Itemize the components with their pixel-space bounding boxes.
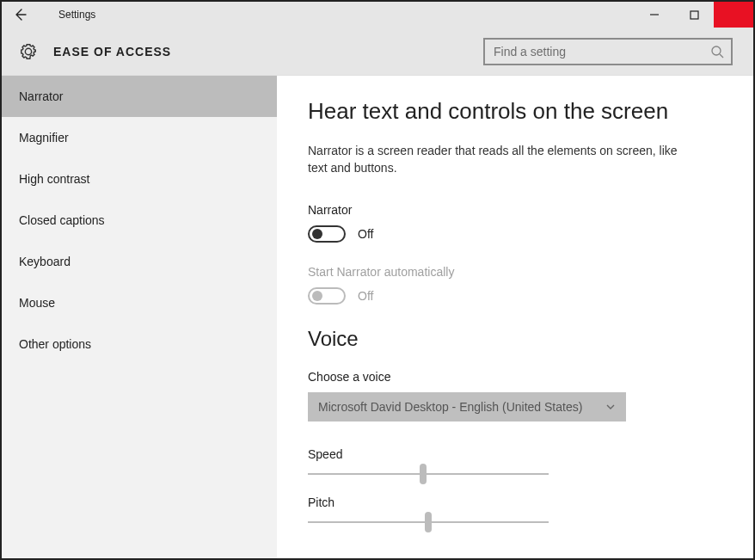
content-pane: Hear text and controls on the screen Nar… <box>277 76 753 558</box>
auto-start-toggle-label: Start Narrator automatically <box>308 265 719 279</box>
choose-voice-dropdown[interactable]: Microsoft David Desktop - English (Unite… <box>308 392 626 422</box>
speed-slider[interactable] <box>308 473 549 475</box>
sidebar: Narrator Magnifier High contrast Closed … <box>2 76 277 558</box>
sidebar-item-label: Keyboard <box>19 255 71 268</box>
speed-slider-block: Speed <box>308 447 719 475</box>
page-description: Narrator is a screen reader that reads a… <box>308 142 678 177</box>
chevron-down-icon <box>605 402 616 412</box>
minimize-button[interactable] <box>635 2 674 28</box>
sidebar-item-narrator[interactable]: Narrator <box>2 76 277 117</box>
toggle-knob <box>312 229 322 239</box>
search-icon <box>710 45 724 58</box>
gear-icon <box>19 42 38 61</box>
pitch-slider[interactable] <box>308 521 549 523</box>
choose-voice-label: Choose a voice <box>308 370 719 384</box>
sidebar-item-label: Other options <box>19 337 91 351</box>
sidebar-item-label: Magnifier <box>19 131 69 145</box>
sidebar-item-label: Narrator <box>19 89 63 103</box>
header-left: EASE OF ACCESS <box>19 42 171 61</box>
sidebar-item-keyboard[interactable]: Keyboard <box>2 241 277 282</box>
titlebar: Settings <box>2 2 753 28</box>
pitch-slider-thumb[interactable] <box>425 512 432 532</box>
narrator-toggle[interactable] <box>308 225 346 243</box>
close-button[interactable] <box>714 2 753 28</box>
arrow-left-icon <box>13 8 27 22</box>
svg-rect-0 <box>691 11 698 19</box>
body: Narrator Magnifier High contrast Closed … <box>2 76 753 558</box>
window-controls <box>635 2 753 28</box>
voice-heading: Voice <box>308 327 719 351</box>
pitch-label: Pitch <box>308 495 719 509</box>
sidebar-item-other-options[interactable]: Other options <box>2 323 277 365</box>
narrator-toggle-state: Off <box>358 227 373 241</box>
svg-point-1 <box>712 46 721 55</box>
sidebar-item-label: High contrast <box>19 172 89 186</box>
choose-voice-value: Microsoft David Desktop - English (Unite… <box>318 400 582 414</box>
sidebar-item-mouse[interactable]: Mouse <box>2 282 277 323</box>
auto-start-toggle-row: Off <box>308 287 719 305</box>
sidebar-item-label: Closed captions <box>19 213 105 227</box>
sidebar-item-closed-captions[interactable]: Closed captions <box>2 200 277 241</box>
window-title: Settings <box>58 9 95 21</box>
settings-window: Settings EASE OF ACCESS <box>0 0 755 560</box>
category-title: EASE OF ACCESS <box>53 45 171 58</box>
narrator-toggle-label: Narrator <box>308 203 719 217</box>
narrator-toggle-row: Off <box>308 225 719 243</box>
sidebar-item-label: Mouse <box>19 296 55 310</box>
auto-start-toggle-state: Off <box>358 289 373 303</box>
page-heading: Hear text and controls on the screen <box>308 98 719 125</box>
maximize-icon <box>690 10 699 20</box>
back-button[interactable] <box>2 2 38 28</box>
pitch-slider-block: Pitch <box>308 495 719 523</box>
search-input[interactable] <box>494 45 710 58</box>
maximize-button[interactable] <box>674 2 714 28</box>
search-box[interactable] <box>483 38 733 65</box>
minimize-icon <box>649 9 660 20</box>
auto-start-toggle <box>308 287 346 305</box>
sidebar-item-magnifier[interactable]: Magnifier <box>2 117 277 158</box>
speed-label: Speed <box>308 447 719 461</box>
speed-slider-thumb[interactable] <box>420 464 427 484</box>
category-header: EASE OF ACCESS <box>2 28 753 76</box>
sidebar-item-high-contrast[interactable]: High contrast <box>2 158 277 200</box>
toggle-knob <box>312 291 322 301</box>
